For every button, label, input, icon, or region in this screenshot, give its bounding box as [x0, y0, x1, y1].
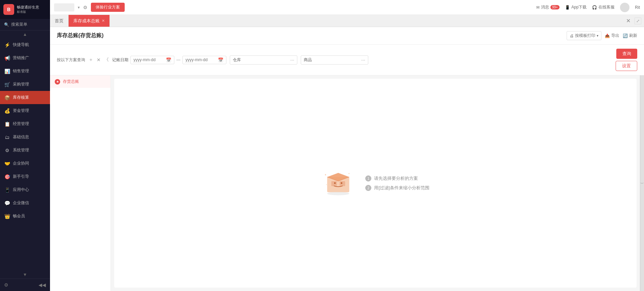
- print-btn[interactable]: 🖨 按模板打印 ▾: [567, 31, 601, 40]
- active-tab-label: 库存成本总账: [73, 18, 100, 24]
- topbar: ▾ ⚙ 体验行业方案 ✉ 消息 99+ 📱 App下载 🎧 在线客服 Rit: [50, 0, 644, 15]
- sidebar-item-label: 基础信息: [13, 134, 46, 140]
- hint-text-1: 请先选择要分析的方案: [374, 175, 418, 181]
- sidebar-item-label: 库存核算: [13, 95, 46, 100]
- setting-btn[interactable]: 设置: [616, 61, 637, 71]
- filter-add-btn[interactable]: ＋: [89, 57, 93, 63]
- date-start-input[interactable]: 📅: [130, 56, 174, 64]
- message-badge: 99+: [550, 5, 560, 9]
- export-label: 导出: [611, 33, 619, 39]
- app-label: App下载: [571, 4, 587, 10]
- topbar-app-btn[interactable]: 📱 App下载: [565, 4, 587, 10]
- query-btn[interactable]: 查询: [616, 49, 637, 59]
- date-label: 记账日期: [112, 57, 128, 63]
- sidebar-item-operations[interactable]: 📋 经营管理: [0, 117, 50, 130]
- left-panel-item-inventory-ledger[interactable]: ★ 存货总账: [50, 75, 110, 88]
- filter-collapse-btn[interactable]: 《: [104, 57, 109, 63]
- svg-rect-5: [340, 181, 345, 186]
- app-icon: 📱: [565, 5, 570, 10]
- topbar-chevron-icon[interactable]: ▾: [78, 5, 80, 10]
- header-actions: 🖨 按模板打印 ▾ 📤 导出 🔄 刷新: [567, 31, 637, 40]
- service-label: 在线客服: [598, 4, 615, 10]
- sidebar-item-label: 畅会员: [13, 213, 46, 219]
- sidebar-item-label: 系统管理: [13, 147, 46, 153]
- svg-rect-4: [331, 181, 337, 186]
- empty-hint-2: 2 用[过滤]条件来缩小分析范围: [365, 185, 429, 191]
- sidebar-item-label: 企业微信: [13, 200, 46, 206]
- sidebar-item-quick-nav[interactable]: ⚡ 快捷导航: [0, 38, 50, 51]
- warehouse-filter[interactable]: 仓库 ···: [230, 55, 297, 65]
- tab-panel-close-btn[interactable]: ✕: [622, 18, 635, 24]
- sidebar-search[interactable]: 🔍 搜索菜单: [0, 19, 50, 30]
- hint-text-2: 用[过滤]条件来缩小分析范围: [374, 185, 429, 191]
- date-start-field[interactable]: [133, 57, 164, 62]
- filter-scheme-label: 按以下方案查询: [57, 57, 85, 63]
- filter-section: 按以下方案查询 ＋ ✕ 《 记账日期 📅 — 📅: [50, 45, 644, 75]
- home-tab-label: 首页: [55, 18, 64, 24]
- filter-row: 按以下方案查询 ＋ ✕ 《 记账日期 📅 — 📅: [57, 49, 637, 71]
- sidebar-item-sales[interactable]: 📊 销售管理: [0, 65, 50, 78]
- message-label: 消息: [541, 4, 549, 10]
- finance-icon: 💰: [4, 108, 10, 114]
- sidebar-item-member[interactable]: 👑 畅会员: [0, 210, 50, 223]
- scroll-down-btn[interactable]: ▼: [0, 271, 50, 278]
- wechat-icon: 💬: [4, 200, 10, 206]
- right-slide-panel[interactable]: ⟩: [640, 75, 644, 291]
- sidebar-item-marketing[interactable]: 📢 营销推广: [0, 51, 50, 65]
- search-icon: 🔍: [4, 22, 9, 27]
- topbar-message-btn[interactable]: ✉ 消息 99+: [536, 4, 560, 10]
- expand-panel-btn[interactable]: ⤢: [635, 18, 641, 24]
- tab-inventory-cost[interactable]: 库存成本总账 ✕: [69, 15, 110, 27]
- industry-btn[interactable]: 体验行业方案: [91, 3, 125, 12]
- topbar-right: ✉ 消息 99+ 📱 App下载 🎧 在线客服 Rit: [536, 3, 640, 12]
- collapse-sidebar-btn[interactable]: ◀◀: [39, 282, 46, 288]
- svg-text:✦: ✦: [326, 184, 327, 186]
- tab-home[interactable]: 首页: [50, 15, 69, 27]
- calendar-start-icon[interactable]: 📅: [166, 57, 171, 63]
- sidebar-item-wechat[interactable]: 💬 企业微信: [0, 196, 50, 210]
- warehouse-more-icon[interactable]: ···: [290, 57, 294, 63]
- topbar-logo-placeholder: [54, 3, 74, 11]
- empty-hint-1: 1 请先选择要分析的方案: [365, 175, 418, 181]
- sidebar-item-system[interactable]: ⚙ 系统管理: [0, 144, 50, 157]
- sidebar-item-label: 营销推广: [13, 55, 46, 61]
- date-filter-group: 记账日期 📅 — 📅: [112, 56, 226, 64]
- refresh-label: 刷新: [629, 33, 637, 39]
- sidebar-item-finance[interactable]: 💰 资金管理: [0, 104, 50, 117]
- sidebar-item-newbie[interactable]: 🎯 新手引导: [0, 170, 50, 183]
- tab-close-icon[interactable]: ✕: [102, 19, 105, 23]
- sidebar: B 畅捷通好生意 标准版 🔍 搜索菜单 ▲ ⚡ 快捷导航 📢 营销推广 📊 销售…: [0, 0, 50, 291]
- date-end-field[interactable]: [185, 57, 216, 62]
- inventory-ledger-icon: ★: [55, 79, 60, 84]
- content-area: ★ 存货总账: [50, 75, 644, 291]
- empty-illustration: ✦ ✦ ✦: [321, 166, 355, 197]
- logo-icon: B: [3, 4, 14, 15]
- print-chevron-icon[interactable]: ▾: [597, 34, 598, 38]
- sidebar-item-label: 经营管理: [13, 121, 46, 127]
- main-data-area: ✦ ✦ ✦ 1 请先选择要分析的方案 2 用[过滤]条件来缩: [114, 79, 637, 288]
- sidebar-item-basic[interactable]: 🗂 基础信息: [0, 130, 50, 144]
- sidebar-item-label: 资金管理: [13, 108, 46, 114]
- sidebar-item-inventory[interactable]: 📦 库存核算: [0, 91, 50, 104]
- goods-more-icon[interactable]: ···: [361, 57, 365, 63]
- export-btn[interactable]: 📤 导出: [605, 33, 619, 39]
- date-end-input[interactable]: 📅: [182, 56, 226, 64]
- settings-footer-btn[interactable]: ⚙: [4, 282, 8, 288]
- goods-filter[interactable]: 商品 ···: [301, 55, 368, 65]
- calendar-end-icon[interactable]: 📅: [218, 57, 223, 63]
- operations-icon: 📋: [4, 121, 10, 127]
- sidebar-item-enterprise[interactable]: 🤝 企业协同: [0, 157, 50, 170]
- sidebar-item-label: 快捷导航: [13, 42, 46, 48]
- topbar-logo: [54, 3, 74, 11]
- filter-clear-btn[interactable]: ✕: [97, 57, 101, 63]
- svg-text:✦: ✦: [324, 173, 327, 176]
- refresh-btn[interactable]: 🔄 刷新: [623, 33, 637, 39]
- sidebar-item-purchase[interactable]: 🛒 采购管理: [0, 78, 50, 91]
- topbar-gear-icon[interactable]: ⚙: [83, 5, 88, 10]
- sidebar-item-appstore[interactable]: 📱 应用中心: [0, 183, 50, 196]
- scroll-up-btn[interactable]: ▲: [0, 30, 50, 38]
- warehouse-label: 仓库: [233, 57, 241, 63]
- svg-point-6: [334, 182, 336, 184]
- topbar-service-btn[interactable]: 🎧 在线客服: [592, 4, 615, 10]
- sidebar-item-label: 采购管理: [13, 81, 46, 87]
